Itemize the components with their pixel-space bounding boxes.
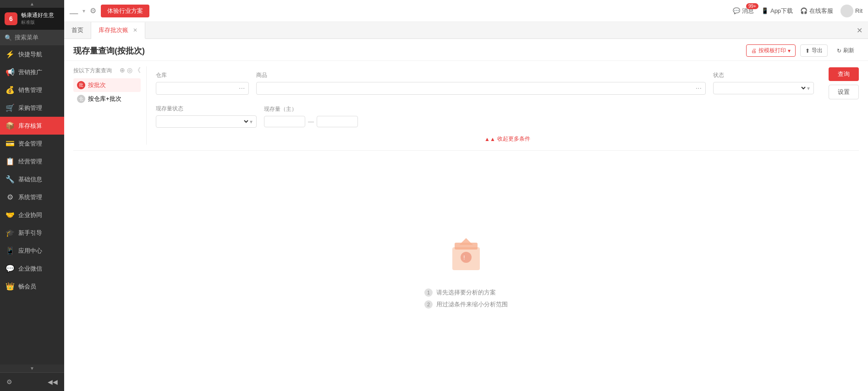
warehouse-input[interactable] xyxy=(160,85,237,92)
status-chevron-icon: ▾ xyxy=(807,85,810,92)
search-icon: 🔍 xyxy=(5,34,12,41)
filter-sidebar-actions: ⊕ ◎ 《 xyxy=(120,66,141,75)
sidebar-item-quicknav[interactable]: ⚡ 快捷导航 xyxy=(0,45,64,63)
inventory-nav-icon: 📦 xyxy=(5,121,15,130)
sidebar-item-inventory[interactable]: 📦 库存核算 xyxy=(0,117,64,135)
sidebar-item-marketing[interactable]: 📢 营销推广 xyxy=(0,63,64,81)
quicknav-nav-label: 快捷导航 xyxy=(18,50,42,59)
online-service-btn[interactable]: 🎧 在线客服 xyxy=(800,7,833,15)
sidebar-item-business[interactable]: 📋 经营管理 xyxy=(0,152,64,170)
sidebar-scroll-up[interactable]: ▲ xyxy=(0,0,64,8)
message-badge: 99+ xyxy=(746,3,758,9)
sales-nav-label: 销售管理 xyxy=(18,86,42,94)
finance-nav-icon: 💳 xyxy=(5,139,15,148)
member-nav-label: 畅会员 xyxy=(18,282,36,291)
template-print-dropdown-icon[interactable]: ▾ xyxy=(788,48,791,54)
scheme-item-warehouse-batch[interactable]: 仓 按仓库+批次 xyxy=(73,92,141,106)
sidebar-item-sales[interactable]: 💰 销售管理 xyxy=(0,81,64,99)
sidebar-item-finance[interactable]: 💳 资金管理 xyxy=(0,135,64,152)
query-btn[interactable]: 查询 xyxy=(829,67,859,81)
sidebar-header: 6 畅康通好生意 标准版 xyxy=(0,8,64,30)
user-avatar-btn[interactable]: Rit xyxy=(841,5,863,17)
tab-close-icon[interactable]: ✕ xyxy=(133,27,137,33)
sidebar-item-purchase[interactable]: 🛒 采购管理 xyxy=(0,99,64,117)
page-header: 现存量查询(按批次) 🖨 按模板打印 ▾ ⬆ 导出 ↻ 刷新 xyxy=(64,39,868,61)
settings-gear-icon[interactable]: ⚙ xyxy=(90,6,96,15)
inventory-nav-label: 库存核算 xyxy=(18,122,42,130)
stock-amount-max[interactable] xyxy=(317,116,358,127)
stock-status-select[interactable]: 全部 有库存 无库存 xyxy=(160,118,250,125)
system-nav-icon: ⚙ xyxy=(5,193,15,201)
marketing-nav-label: 营销推广 xyxy=(18,68,42,76)
filter-row-2: 现存量状态 全部 有库存 无库存 ▾ 现存量（主） xyxy=(156,105,859,128)
sidebar-item-member[interactable]: 👑 畅会员 xyxy=(0,277,64,295)
filter-scheme-sidebar: 按以下方案查询 ⊕ ◎ 《 批 按批次 仓 按仓库+批次 xyxy=(73,66,147,145)
stock-status-select-wrap[interactable]: 全部 有库存 无库存 ▾ xyxy=(156,115,257,128)
scheme-item-batch[interactable]: 批 按批次 xyxy=(73,78,141,92)
sidebar-item-basic[interactable]: 🔧 基础信息 xyxy=(0,170,64,188)
trial-btn[interactable]: 体验行业方案 xyxy=(101,5,149,17)
collapse-more-btn[interactable]: ▲▲ 收起更多条件 xyxy=(156,133,859,145)
warehouse-dots-icon[interactable]: ··· xyxy=(239,84,245,92)
sidebar-item-system[interactable]: ⚙ 系统管理 xyxy=(0,188,64,206)
member-nav-icon: 👑 xyxy=(5,282,15,291)
app-download-btn[interactable]: 📱 App下载 xyxy=(761,7,793,15)
collapse-up-icon: ▲▲ xyxy=(484,136,495,142)
tab-home[interactable]: 首页 xyxy=(64,22,91,38)
scheme-warehouse-batch-icon: 仓 xyxy=(77,95,85,103)
filter-area: 按以下方案查询 ⊕ ◎ 《 批 按批次 仓 按仓库+批次 xyxy=(64,61,868,150)
step1-num: 1 xyxy=(424,288,433,297)
product-input[interactable] xyxy=(260,85,693,92)
quicknav-nav-icon: ⚡ xyxy=(5,50,15,59)
basic-nav-label: 基础信息 xyxy=(18,175,42,184)
message-icon: 💬 xyxy=(733,7,740,14)
app-logo: 6 xyxy=(5,12,17,25)
add-scheme-icon[interactable]: ⊕ xyxy=(120,66,125,75)
newguide-nav-icon: 🎓 xyxy=(5,228,15,237)
scheme-settings-icon[interactable]: ◎ xyxy=(127,66,132,75)
app-version: 标准版 xyxy=(21,19,54,26)
stock-status-field: 现存量状态 全部 有库存 无库存 ▾ xyxy=(156,105,257,128)
export-btn[interactable]: ⬆ 导出 xyxy=(800,44,828,57)
sidebar-item-enterprise[interactable]: 🤝 企业协同 xyxy=(0,206,64,224)
system-nav-label: 系统管理 xyxy=(18,193,42,201)
refresh-btn[interactable]: ↻ 刷新 xyxy=(832,45,859,56)
status-field: 状态 ▾ xyxy=(713,71,814,94)
sidebar-scroll-down[interactable]: ▼ xyxy=(0,364,64,372)
breadcrumb-dropdown[interactable]: ▾ xyxy=(82,8,85,14)
status-select-wrap[interactable]: ▾ xyxy=(713,82,814,94)
panel-close-btn[interactable]: ✕ xyxy=(851,26,868,35)
sidebar-collapse-icon[interactable]: ◀◀ xyxy=(46,376,60,387)
stock-amount-min[interactable] xyxy=(264,116,305,127)
scheme-batch-label: 按批次 xyxy=(88,81,106,89)
wechat-nav-icon: 💬 xyxy=(5,264,15,273)
tab-inventory-batch[interactable]: 库存批次账 ✕ xyxy=(91,22,145,39)
sidebar-item-wechat[interactable]: 💬 企业微信 xyxy=(0,260,64,277)
page-title: 现存量查询(按批次) xyxy=(73,45,145,56)
status-select[interactable] xyxy=(717,84,807,92)
stock-status-chevron-icon: ▾ xyxy=(250,119,253,125)
sidebar-settings-icon[interactable]: ⚙ xyxy=(5,376,14,387)
sidebar-item-appcenter[interactable]: 📱 应用中心 xyxy=(0,242,64,260)
product-dots-icon[interactable]: ··· xyxy=(696,84,702,92)
sidebar-item-newguide[interactable]: 🎓 新手引导 xyxy=(0,224,64,242)
status-label: 状态 xyxy=(713,71,814,79)
filter-main: 仓库 ··· 商品 ··· 状态 xyxy=(147,66,859,145)
main-area: ▁▁ ▾ ⚙ 体验行业方案 💬 消息 99+ 📱 App下载 🎧 在线客服 Ri… xyxy=(64,0,868,391)
message-btn[interactable]: 💬 消息 99+ xyxy=(733,7,754,15)
filter-collapse-btn[interactable]: 《 xyxy=(134,66,141,75)
template-print-btn[interactable]: 🖨 按模板打印 ▾ xyxy=(746,44,796,57)
app-info: 畅康通好生意 标准版 xyxy=(21,12,54,26)
svg-point-3 xyxy=(461,252,472,263)
empty-step-1: 1 请先选择要分析的方案 xyxy=(424,288,508,297)
breadcrumb: ▁▁ xyxy=(70,8,78,14)
service-icon: 🎧 xyxy=(800,7,808,14)
content-area: 现存量查询(按批次) 🖨 按模板打印 ▾ ⬆ 导出 ↻ 刷新 xyxy=(64,39,868,391)
search-menu[interactable]: 🔍 搜索菜单 xyxy=(0,30,64,45)
setting-btn[interactable]: 设置 xyxy=(829,85,859,99)
sidebar-nav: ⚡ 快捷导航 📢 营销推广 💰 销售管理 🛒 采购管理 📦 库存核算 💳 资金管… xyxy=(0,45,64,364)
purchase-nav-icon: 🛒 xyxy=(5,103,15,112)
business-nav-label: 经营管理 xyxy=(18,157,42,166)
basic-nav-icon: 🔧 xyxy=(5,175,15,184)
scheme-batch-icon: 批 xyxy=(77,81,85,89)
